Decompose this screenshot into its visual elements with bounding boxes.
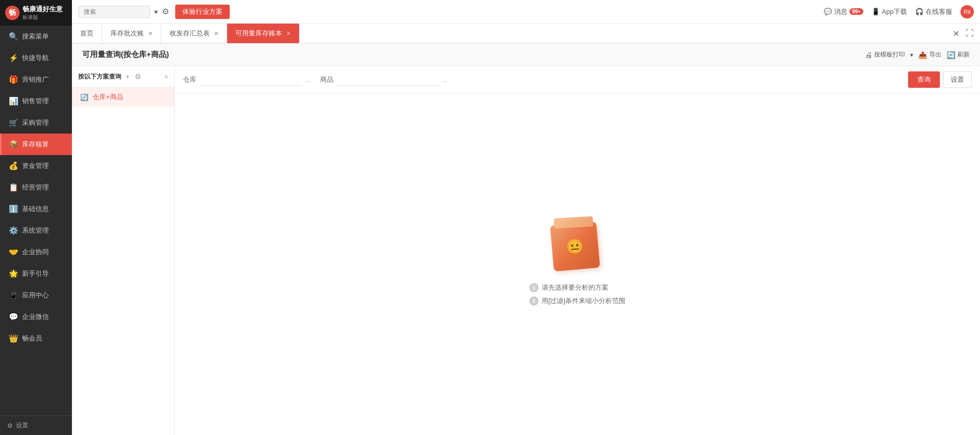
marketing-icon: 🎁 <box>9 75 18 84</box>
purchase-icon: 🛒 <box>9 118 18 127</box>
sidebar-item-search[interactable]: 🔍 搜索菜单 <box>0 26 72 47</box>
user-avatar[interactable]: Rit <box>960 5 974 18</box>
sidebar-item-member[interactable]: 👑 畅会员 <box>0 328 72 349</box>
sidebar-item-cooperation[interactable]: 🤝 企业协同 <box>0 241 72 263</box>
add-scheme-btn[interactable]: + <box>124 71 131 82</box>
warehouse-input[interactable] <box>199 73 302 86</box>
online-service-btn[interactable]: 🎧 在线客服 <box>915 7 952 16</box>
message-badge: 99+ <box>849 8 863 15</box>
empty-state: 😐 1 请先选择要分析的方案 2 用[过滤]条件来缩小分析范围 <box>175 93 980 435</box>
query-btn[interactable]: 查询 <box>908 71 940 88</box>
print-dropdown-btn[interactable]: ▾ <box>910 51 913 59</box>
tabs-bar-right: ✕ ⛶ <box>951 27 980 41</box>
gear-icon: ⚙ <box>162 7 169 16</box>
add-icon: + <box>125 72 130 81</box>
app-title-block: 畅康通好生意 标准版 <box>23 5 63 21</box>
product-input[interactable] <box>337 73 439 86</box>
cooperation-icon: 🤝 <box>9 248 18 257</box>
product-label: 商品 <box>320 75 334 84</box>
operations-icon: 📋 <box>9 183 18 192</box>
scheme-icon: 🔄 <box>80 93 88 101</box>
empty-hint-1: 1 请先选择要分析的方案 <box>529 283 625 292</box>
newbie-icon: 🌟 <box>9 269 18 278</box>
tab-summary[interactable]: 收发存汇总表 ✕ <box>161 24 227 43</box>
tab-expand-btn[interactable]: ⛶ <box>964 27 976 40</box>
filter-row: 仓库 ... 商品 ... 查询 <box>175 66 980 93</box>
topbar-trial-btn[interactable]: 体验行业方案 <box>175 5 230 19</box>
tab-summary-close[interactable]: ✕ <box>214 30 218 37</box>
box-icon: 😐 <box>550 221 600 272</box>
warehouse-filter-field: 仓库 ... <box>183 73 310 86</box>
sidebar-item-system[interactable]: ⚙️ 系统管理 <box>0 220 72 241</box>
product-more-btn[interactable]: ... <box>442 77 447 83</box>
sidebar-item-shortcut[interactable]: ⚡ 快捷导航 <box>0 47 72 69</box>
sales-icon: 📊 <box>9 97 18 106</box>
sidebar-item-marketing[interactable]: 🎁 营销推广 <box>0 69 72 90</box>
wechat-icon: 💬 <box>9 312 18 321</box>
topbar: ▾ ⚙ 体验行业方案 💬 消息 99+ 📱 App下载 🎧 在线客服 Rit <box>72 0 980 24</box>
topbar-search-input[interactable] <box>78 6 150 18</box>
export-btn[interactable]: 📤 导出 <box>918 50 941 59</box>
chevron-down-icon: ▾ <box>910 51 913 59</box>
member-icon: 👑 <box>9 334 18 343</box>
tab-available-close[interactable]: ✕ <box>286 30 291 37</box>
hint-1-number: 1 <box>529 283 539 292</box>
sidebar-item-finance[interactable]: 💰 资金管理 <box>0 155 72 177</box>
finance-icon: 💰 <box>9 161 18 171</box>
topbar-right: 💬 消息 99+ 📱 App下载 🎧 在线客服 Rit <box>824 5 974 18</box>
page-header: 可用量查询(按仓库+商品) 🖨 按模板打印 ▾ 📤 导出 🔄 刷新 <box>72 44 980 66</box>
export-icon: 📤 <box>918 51 927 59</box>
collapse-btn[interactable]: « <box>164 73 168 80</box>
refresh-btn[interactable]: 🔄 刷新 <box>947 50 970 59</box>
shortcut-icon: ⚡ <box>9 53 18 63</box>
page-header-actions: 🖨 按模板打印 ▾ 📤 导出 🔄 刷新 <box>865 50 970 59</box>
settings-footer-icon: ⚙ <box>7 422 13 429</box>
sidebar-item-purchase[interactable]: 🛒 采购管理 <box>0 112 72 134</box>
tab-batch[interactable]: 库存批次账 ✕ <box>102 24 161 43</box>
empty-hint-2: 2 用[过滤]条件来缩小分析范围 <box>529 296 625 306</box>
phone-icon: 📱 <box>872 8 880 15</box>
left-panel: 按以下方案查询 + ⚙ « 🔄 仓库+商品 <box>72 66 175 435</box>
sidebar-item-operations[interactable]: 📋 经营管理 <box>0 177 72 198</box>
topbar-dropdown-btn[interactable]: ▾ <box>154 8 158 16</box>
hint-1-text: 请先选择要分析的方案 <box>542 283 608 292</box>
filter-right-actions: 查询 设置 <box>908 71 972 88</box>
message-btn[interactable]: 💬 消息 99+ <box>824 7 863 16</box>
sidebar: 畅 畅康通好生意 标准版 🔍 搜索菜单 ⚡ 快捷导航 🎁 营销推广 📊 销售管理… <box>0 0 72 435</box>
appstore-icon: 📱 <box>9 291 18 300</box>
print-btn[interactable]: 🖨 按模板打印 <box>865 50 905 59</box>
app-download-btn[interactable]: 📱 App下载 <box>872 7 907 16</box>
sidebar-item-wechat[interactable]: 💬 企业微信 <box>0 306 72 328</box>
sidebar-header: 畅 畅康通好生意 标准版 <box>0 0 72 26</box>
warehouse-more-btn[interactable]: ... <box>305 77 310 83</box>
left-panel-title: 按以下方案查询 <box>78 72 121 81</box>
tab-batch-close[interactable]: ✕ <box>148 30 153 37</box>
scheme-item-warehouse-product[interactable]: 🔄 仓库+商品 <box>72 87 174 107</box>
topbar-settings-btn[interactable]: ⚙ <box>162 7 169 16</box>
main-area: ▾ ⚙ 体验行业方案 💬 消息 99+ 📱 App下载 🎧 在线客服 Rit <box>72 0 980 435</box>
tab-close-btn[interactable]: ✕ <box>951 27 961 41</box>
app-icon: 畅 <box>5 6 20 20</box>
message-icon: 💬 <box>824 8 832 15</box>
sidebar-footer[interactable]: ⚙ 设置 <box>0 415 72 435</box>
hint-2-number: 2 <box>529 296 539 306</box>
tab-home[interactable]: 首页 <box>72 24 102 43</box>
print-icon: 🖨 <box>865 51 872 59</box>
search-icon: 🔍 <box>9 32 18 41</box>
app-title: 畅康通好生意 <box>23 5 63 14</box>
sidebar-item-basic[interactable]: ℹ️ 基础信息 <box>0 198 72 220</box>
warehouse-label: 仓库 <box>183 75 196 84</box>
sidebar-item-sales[interactable]: 📊 销售管理 <box>0 90 72 112</box>
collapse-icon: « <box>164 73 168 80</box>
hint-2-text: 用[过滤]条件来缩小分析范围 <box>542 296 625 306</box>
basic-icon: ℹ️ <box>9 204 18 214</box>
filter-settings-btn[interactable]: 设置 <box>943 71 972 88</box>
tab-available[interactable]: 可用量库存账本 ✕ <box>227 24 300 43</box>
scheme-settings-btn[interactable]: ⚙ <box>134 71 142 82</box>
sidebar-item-newbie[interactable]: 🌟 新手引导 <box>0 263 72 285</box>
left-panel-header: 按以下方案查询 + ⚙ « <box>72 66 174 87</box>
sidebar-item-inventory[interactable]: 📦 库存核算 <box>0 134 72 155</box>
refresh-icon: 🔄 <box>947 51 955 59</box>
sidebar-item-appstore[interactable]: 📱 应用中心 <box>0 285 72 306</box>
app-subtitle: 标准版 <box>23 14 63 21</box>
